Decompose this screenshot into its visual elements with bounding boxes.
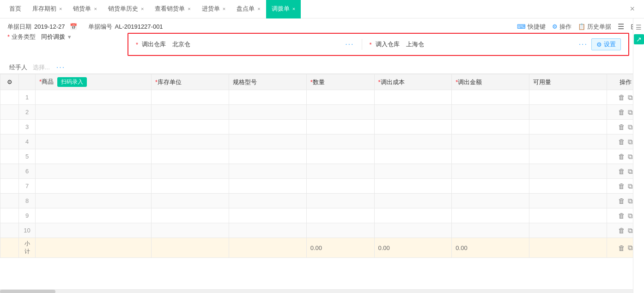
row-spec-cell[interactable]: [229, 208, 306, 223]
tab-close-transfer[interactable]: ×: [292, 6, 295, 12]
row-delete-icon[interactable]: 🗑: [618, 182, 625, 190]
row-cost-cell[interactable]: [374, 208, 452, 223]
row-copy-icon[interactable]: ⧉: [628, 153, 633, 161]
tab-close-view-sales[interactable]: ×: [188, 6, 190, 12]
row-unit-cell[interactable]: [152, 120, 229, 134]
row-unit-cell[interactable]: [152, 208, 229, 223]
row-product-cell[interactable]: [36, 149, 152, 164]
row-cost-cell[interactable]: [374, 90, 452, 105]
row-product-cell[interactable]: [36, 208, 152, 223]
row-product-cell[interactable]: [36, 194, 152, 208]
row-amount-cell[interactable]: [452, 179, 529, 194]
subtotal-copy-icon[interactable]: ⧉: [628, 244, 633, 252]
handler-dots-btn[interactable]: ···: [56, 63, 65, 72]
warehouse-out-value[interactable]: 北京仓: [172, 40, 190, 49]
row-copy-icon[interactable]: ⧉: [628, 197, 633, 205]
row-amount-cell[interactable]: [452, 194, 529, 208]
row-copy-icon[interactable]: ⧉: [628, 182, 633, 190]
handler-select[interactable]: 选择...: [33, 63, 50, 72]
row-qty-cell[interactable]: [306, 223, 374, 238]
row-spec-cell[interactable]: [229, 164, 306, 179]
col-header-gear[interactable]: ⚙: [0, 74, 19, 90]
row-qty-cell[interactable]: [306, 90, 374, 105]
row-cost-cell[interactable]: [374, 194, 452, 208]
tab-close-stocktake[interactable]: ×: [257, 6, 260, 12]
row-amount-cell[interactable]: [452, 120, 529, 134]
row-delete-icon[interactable]: 🗑: [618, 226, 625, 234]
row-spec-cell[interactable]: [229, 134, 306, 149]
tab-close-sales-history[interactable]: ×: [141, 6, 144, 12]
row-spec-cell[interactable]: [229, 105, 306, 120]
calendar-icon[interactable]: 📅: [70, 23, 77, 30]
row-unit-cell[interactable]: [152, 223, 229, 238]
horizontal-scrollbar[interactable]: [0, 289, 644, 293]
row-unit-cell[interactable]: [152, 90, 229, 105]
row-qty-cell[interactable]: [306, 194, 374, 208]
row-amount-cell[interactable]: [452, 90, 529, 105]
row-spec-cell[interactable]: [229, 120, 306, 134]
tab-home[interactable]: 首页: [4, 0, 27, 18]
business-type-select[interactable]: 同价调拨 ▼: [41, 33, 97, 41]
row-cost-cell[interactable]: [374, 149, 452, 164]
row-spec-cell[interactable]: [229, 194, 306, 208]
tab-transfer[interactable]: 调拨单 ×: [266, 0, 301, 18]
warehouse-out-dots-btn[interactable]: ···: [345, 40, 354, 49]
shortcut-key-btn[interactable]: ⌨ 快捷键: [517, 23, 546, 31]
sidebar-list-icon[interactable]: ☰: [634, 22, 644, 32]
row-copy-icon[interactable]: ⧉: [628, 123, 633, 131]
tab-inventory-init[interactable]: 库存期初 ×: [27, 0, 67, 18]
history-btn[interactable]: 📋 历史单据: [578, 23, 611, 31]
row-copy-icon[interactable]: ⧉: [628, 212, 633, 220]
row-unit-cell[interactable]: [152, 134, 229, 149]
row-delete-icon[interactable]: 🗑: [618, 167, 625, 175]
row-amount-cell[interactable]: [452, 134, 529, 149]
row-qty-cell[interactable]: [306, 105, 374, 120]
row-cost-cell[interactable]: [374, 179, 452, 194]
settings-button[interactable]: ⚙ 设置: [591, 38, 621, 50]
tab-sales-history[interactable]: 销货单历史 ×: [103, 0, 149, 18]
layout-list-btn[interactable]: ☰: [618, 22, 624, 31]
scrollbar-thumb[interactable]: [0, 290, 55, 293]
tab-view-sales[interactable]: 查看销货单 ×: [149, 0, 196, 18]
row-copy-icon[interactable]: ⧉: [628, 138, 633, 146]
row-qty-cell[interactable]: [306, 179, 374, 194]
scan-input-btn[interactable]: 扫码录入: [57, 77, 87, 87]
row-amount-cell[interactable]: [452, 223, 529, 238]
row-qty-cell[interactable]: [306, 120, 374, 134]
window-close-button[interactable]: ×: [624, 4, 640, 14]
row-delete-icon[interactable]: 🗑: [618, 108, 625, 116]
row-delete-icon[interactable]: 🗑: [618, 212, 625, 220]
row-amount-cell[interactable]: [452, 208, 529, 223]
row-copy-icon[interactable]: ⧉: [628, 226, 633, 235]
row-unit-cell[interactable]: [152, 149, 229, 164]
row-cost-cell[interactable]: [374, 223, 452, 238]
row-qty-cell[interactable]: [306, 134, 374, 149]
operation-btn[interactable]: ⚙ 操作: [552, 23, 571, 31]
row-product-cell[interactable]: [36, 223, 152, 238]
row-delete-icon[interactable]: 🗑: [618, 123, 625, 131]
row-product-cell[interactable]: [36, 120, 152, 134]
row-spec-cell[interactable]: [229, 90, 306, 105]
tab-stocktake[interactable]: 盘点单 ×: [231, 0, 266, 18]
row-delete-icon[interactable]: 🗑: [618, 197, 625, 205]
row-amount-cell[interactable]: [452, 164, 529, 179]
row-product-cell[interactable]: [36, 90, 152, 105]
row-delete-icon[interactable]: 🗑: [618, 93, 625, 101]
tab-sales-order[interactable]: 销货单 ×: [67, 0, 102, 18]
row-unit-cell[interactable]: [152, 194, 229, 208]
row-product-cell[interactable]: [36, 134, 152, 149]
row-delete-icon[interactable]: 🗑: [618, 138, 625, 146]
row-copy-icon[interactable]: ⧉: [628, 93, 633, 102]
row-amount-cell[interactable]: [452, 105, 529, 120]
row-product-cell[interactable]: [36, 179, 152, 194]
row-spec-cell[interactable]: [229, 223, 306, 238]
sidebar-export-icon[interactable]: ↗: [634, 34, 644, 44]
doc-date-value[interactable]: 2019-12-27: [34, 23, 65, 30]
tab-purchase-order[interactable]: 进货单 ×: [196, 0, 231, 18]
row-spec-cell[interactable]: [229, 179, 306, 194]
row-qty-cell[interactable]: [306, 208, 374, 223]
row-product-cell[interactable]: [36, 164, 152, 179]
row-unit-cell[interactable]: [152, 179, 229, 194]
row-cost-cell[interactable]: [374, 134, 452, 149]
row-copy-icon[interactable]: ⧉: [628, 167, 633, 176]
